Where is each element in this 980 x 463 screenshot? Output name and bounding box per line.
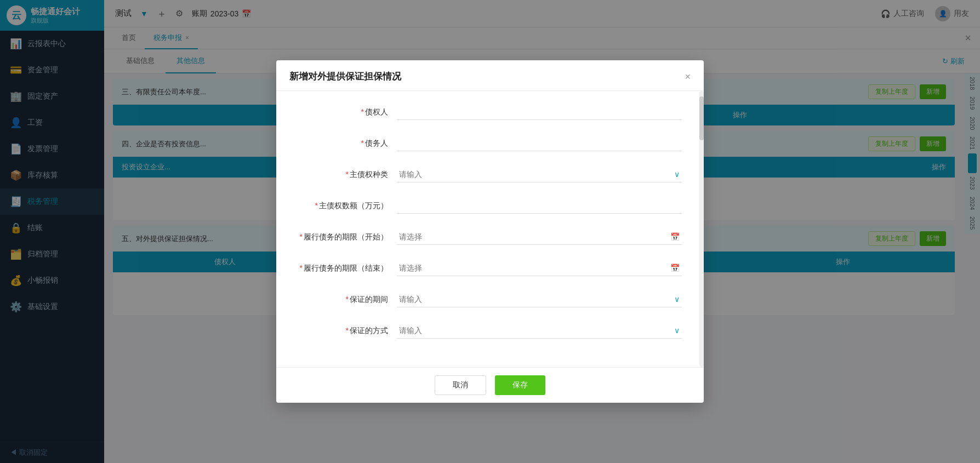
label-start-date: *履行债务的期限（开始）	[298, 232, 397, 242]
modal-overlay[interactable]: 新增对外提供保证担保情况 × *债权人 *债务人	[0, 0, 980, 463]
modal-footer: 取消 保存	[276, 367, 704, 403]
required-mark-debt-type: *	[346, 170, 349, 179]
field-debtor: *债务人	[298, 135, 682, 151]
required-mark-start: *	[300, 232, 303, 241]
label-creditor: *债权人	[298, 107, 397, 117]
modal-title: 新增对外提供保证担保情况	[289, 70, 401, 83]
label-debt-type: *主债权种类	[298, 170, 397, 180]
date-picker-end[interactable]: 📅	[397, 260, 682, 276]
save-button[interactable]: 保存	[495, 375, 545, 395]
label-guarantee-period: *保证的期间	[298, 295, 397, 305]
modal-close-button[interactable]: ×	[685, 72, 691, 82]
input-guarantee-period[interactable]	[397, 291, 672, 307]
field-creditor: *债权人	[298, 104, 682, 120]
input-creditor[interactable]	[397, 104, 682, 120]
modal-body: *债权人 *债务人 *主债权种类 ∨	[276, 91, 704, 367]
field-start-date: *履行债务的期限（开始） 📅	[298, 229, 682, 245]
select-guarantee-period[interactable]: ∨	[397, 291, 682, 307]
chevron-down-icon[interactable]: ∨	[672, 170, 682, 179]
label-guarantee-method: *保证的方式	[298, 326, 397, 336]
required-mark-amount: *	[315, 201, 318, 210]
label-debt-amount: *主债权数额（万元）	[298, 201, 397, 211]
input-debt-amount[interactable]	[397, 198, 682, 214]
modal-header: 新增对外提供保证担保情况 ×	[276, 60, 704, 91]
input-end-date[interactable]	[397, 260, 668, 276]
field-debt-amount: *主债权数额（万元）	[298, 198, 682, 214]
label-end-date: *履行债务的期限（结束）	[298, 264, 397, 273]
scrollbar-track	[699, 91, 704, 367]
input-start-date[interactable]	[397, 229, 668, 244]
scrollbar-thumb[interactable]	[699, 96, 704, 140]
calendar-start-icon[interactable]: 📅	[668, 232, 682, 241]
input-guarantee-method[interactable]	[397, 323, 672, 338]
chevron-down-gm-icon[interactable]: ∨	[672, 326, 682, 335]
select-guarantee-method[interactable]: ∨	[397, 323, 682, 339]
input-debt-type[interactable]	[397, 167, 672, 182]
label-debtor: *债务人	[298, 139, 397, 148]
required-mark-debtor: *	[361, 139, 364, 147]
field-end-date: *履行债务的期限（结束） 📅	[298, 260, 682, 276]
field-guarantee-period: *保证的期间 ∨	[298, 291, 682, 307]
required-mark-gp: *	[346, 295, 349, 304]
field-debt-type: *主债权种类 ∨	[298, 167, 682, 182]
modal-dialog: 新增对外提供保证担保情况 × *债权人 *债务人	[276, 60, 704, 403]
date-picker-start[interactable]: 📅	[397, 229, 682, 245]
input-debtor[interactable]	[397, 135, 682, 151]
chevron-down-gp-icon[interactable]: ∨	[672, 295, 682, 304]
required-mark-gm: *	[346, 326, 349, 335]
required-mark-end: *	[300, 264, 303, 272]
field-guarantee-method: *保证的方式 ∨	[298, 323, 682, 339]
cancel-button[interactable]: 取消	[435, 375, 486, 395]
required-mark: *	[361, 107, 364, 116]
select-debt-type[interactable]: ∨	[397, 167, 682, 182]
calendar-end-icon[interactable]: 📅	[668, 264, 682, 272]
